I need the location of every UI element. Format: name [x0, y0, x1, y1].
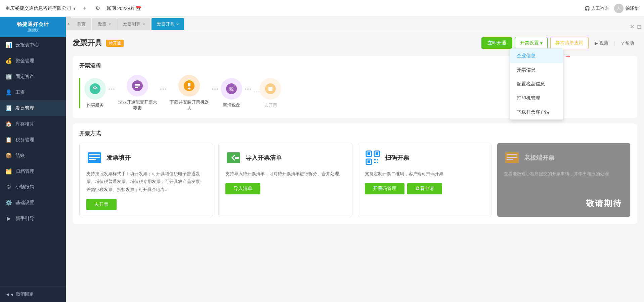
manual-card-button[interactable]: 去开票	[86, 199, 117, 210]
tax-icon: 📋	[5, 137, 12, 143]
svg-rect-5	[135, 87, 138, 88]
scan-card-icon	[365, 150, 381, 166]
dropdown-invoice-info-label: 开票信息	[517, 67, 535, 72]
settings-dropdown-menu: 企业信息 → 开票信息 配置税盘信息 打印机管理 下载开票客户端	[510, 48, 563, 120]
company-name: 重庆畅捷交通信息咨询有限公司	[5, 5, 71, 11]
taxdisk-step-label: 新增税盘	[223, 102, 240, 108]
collapse-label: 取消固定	[16, 291, 34, 297]
billing-section: 开票方式 发票填开 支持按照发票样式手工填开发票；可开具增值税电子普通发票、增值…	[73, 123, 637, 224]
dropdown-item-download-client[interactable]: 下载开票客户端	[510, 105, 563, 119]
tab-invoice-calc-close[interactable]: ×	[142, 22, 145, 27]
scan-card-header: 扫码开票	[365, 150, 484, 166]
boss-card-content: 老板端开票 查看老板端小程序提交的开票申请，并作出相应的处理	[504, 150, 624, 178]
tab-invoice-issue-close[interactable]: ×	[176, 22, 179, 27]
status-badge: 待开通	[106, 40, 124, 47]
config-step-icon	[127, 75, 148, 97]
sidebar-item-fixed-assets[interactable]: 🏢 固定资产	[0, 69, 66, 84]
purchase-step-icon: +	[84, 78, 106, 100]
dropdown-printer-label: 打印机管理	[517, 95, 540, 101]
top-bar: 重庆畅捷交通信息咨询有限公司 ▾ ＋ ⚙ 账期 2023-01 📅 🎧 人工咨询…	[0, 0, 644, 17]
settings-icon[interactable]: ⚙	[93, 4, 102, 13]
import-card-button[interactable]: 导入清单	[225, 183, 260, 194]
sidebar-item-report[interactable]: © 小畅报销	[0, 179, 66, 195]
dropdown-item-invoice-info[interactable]: 开票信息	[510, 63, 563, 77]
collapse-arrow-icon: ◄◄	[5, 292, 14, 297]
avatar: 人	[614, 4, 624, 13]
import-card-desc: 支持导入待开票清单，可对待开票清单进行拆分、合并处理。	[225, 170, 345, 178]
tab-home-label: 首页	[77, 21, 86, 27]
user-menu[interactable]: 人 徐泽华	[614, 4, 639, 13]
sidebar-item-invoice[interactable]: 🧾 发票管理	[0, 100, 66, 116]
sidebar-item-cloud-report[interactable]: 📊 云报表中心	[0, 37, 66, 53]
settings-button[interactable]: 开票设置 ▾	[515, 37, 548, 49]
flow-connector-1	[106, 88, 117, 90]
calendar-icon[interactable]: 📅	[136, 6, 141, 11]
activate-button[interactable]: 立即开通	[481, 37, 512, 49]
tab-home[interactable]: 首页	[71, 18, 91, 30]
tab-close-all-icon[interactable]: ✕	[630, 24, 634, 30]
sidebar-label-cloud-report: 云报表中心	[15, 42, 39, 48]
add-tab-button[interactable]: ＋	[80, 4, 89, 13]
dropdown-item-company-info[interactable]: 企业信息 →	[510, 49, 563, 63]
flow-step-download: — 下载并安装开票机器人	[169, 75, 209, 111]
config-step-label: 企业开通配置开票六要素	[117, 99, 158, 111]
sidebar-item-settings[interactable]: ⚙️ 基础设置	[0, 195, 66, 211]
tab-bar: ▲ 首页 发票 × 发票测算 × 发票开具 × ✕ ⊡	[66, 17, 644, 30]
svg-rect-16	[89, 157, 100, 158]
logo-text: 畅捷通好会计	[17, 21, 49, 28]
billing-card-import: 导入开票清单 支持导入待开票清单，可对待开票清单进行拆分、合并处理。 导入清单	[218, 143, 352, 217]
tab-invoice-calc[interactable]: 发票测算 ×	[117, 18, 151, 30]
tab-expand-icon[interactable]: ⊡	[637, 24, 641, 30]
dropdown-item-tax-config[interactable]: 配置税盘信息	[510, 77, 563, 91]
svg-rect-26	[374, 159, 376, 160]
tab-invoice-issue[interactable]: 发票开具 ×	[151, 18, 184, 30]
abnormal-list-button[interactable]: 异常清单查询	[550, 37, 589, 49]
billing-cards: 发票填开 支持按照发票样式手工填开发票；可开具增值税电子普通发票、增值税普通发票…	[79, 143, 631, 217]
billing-card-boss: 老板端开票 查看老板端小程序提交的开票申请，并作出相应的处理 敬请期待	[497, 143, 631, 217]
account-period-label: 账期	[106, 5, 116, 11]
page-header-actions: 立即开通 开票设置 ▾ 异常清单查询 ▶ 视频 | ?	[481, 37, 637, 49]
consultant-button[interactable]: 🎧 人工咨询	[585, 5, 609, 11]
flow-step-1: + 购买服务	[79, 78, 106, 108]
sidebar-collapse-button[interactable]: ◄◄ 取消固定	[0, 286, 66, 302]
logo-sub: 旗舰版	[28, 28, 39, 33]
sidebar-item-archive[interactable]: 🗂️ 归档管理	[0, 163, 66, 179]
sidebar-label-invoice: 发票管理	[15, 105, 34, 111]
boss-card-icon	[504, 150, 520, 166]
svg-rect-28	[374, 162, 376, 163]
dropdown-item-printer[interactable]: 打印机管理	[510, 91, 563, 105]
dropdown-download-client-label: 下载开票客户端	[517, 109, 550, 115]
guide-icon: ▶	[5, 215, 12, 222]
import-card-title: 导入开票清单	[246, 154, 282, 162]
sidebar-label-salary: 工资	[15, 89, 25, 96]
tab-scroll-left[interactable]: ▲	[66, 17, 71, 30]
sidebar-item-guide[interactable]: ▶ 新手引导	[0, 211, 66, 226]
help-icon: ?	[621, 41, 624, 46]
top-bar-right: 🎧 人工咨询 人 徐泽华	[585, 4, 639, 13]
scan-card-desc: 支持定制开票二维码，客户端可扫码开票	[365, 170, 484, 178]
tab-invoice[interactable]: 发票 ×	[92, 18, 117, 30]
boss-overlay-text: 敬请期待	[586, 198, 622, 209]
cloud-report-icon: 📊	[5, 42, 12, 48]
settings-button-label: 开票设置	[520, 40, 539, 46]
sidebar-label-settings: 基础设置	[15, 200, 34, 206]
sidebar-item-settle[interactable]: 📦 结账	[0, 148, 66, 163]
svg-rect-25	[368, 160, 370, 163]
svg-rect-29	[377, 162, 378, 163]
sidebar-item-fund[interactable]: 💰 资金管理	[0, 53, 66, 69]
help-button[interactable]: ? 帮助	[618, 37, 637, 49]
billing-card-manual: 发票填开 支持按照发票样式手工填开发票；可开具增值税电子普通发票、增值税普通发票…	[79, 143, 213, 217]
sidebar-item-tax[interactable]: 📋 税务管理	[0, 132, 66, 148]
tab-invoice-close[interactable]: ×	[109, 22, 111, 27]
scan-view-apply-button[interactable]: 查看申请	[407, 183, 442, 194]
content-area: ▲ 首页 发票 × 发票测算 × 发票开具 × ✕ ⊡	[66, 17, 644, 302]
play-icon: ▶	[595, 41, 598, 46]
scan-code-manage-button[interactable]: 开票码管理	[365, 183, 404, 194]
video-button[interactable]: ▶ 视频	[591, 37, 611, 49]
company-selector[interactable]: 重庆畅捷交通信息咨询有限公司 ▾	[5, 5, 76, 11]
svg-rect-19	[235, 157, 239, 159]
purchase-step-label: 购买服务	[86, 102, 104, 108]
sidebar-item-salary[interactable]: 👤 工资	[0, 84, 66, 100]
boss-card-title: 老板端开票	[524, 154, 554, 162]
sidebar-item-inventory[interactable]: 🏠 库存核算	[0, 116, 66, 132]
